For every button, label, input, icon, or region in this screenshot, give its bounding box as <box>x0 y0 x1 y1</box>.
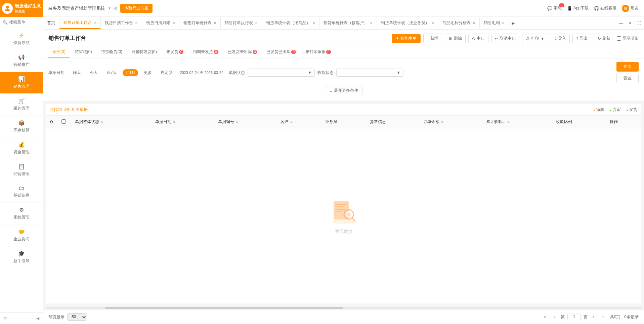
tab-daily-clear-close[interactable]: ✕ <box>135 21 138 25</box>
page-size-select[interactable]: 10 20 50 100 <box>67 313 87 321</box>
stop-btn[interactable]: ⊘ 中止 <box>468 34 488 43</box>
sub-tab-shipped-not-out[interactable]: 已发货未出库0 <box>224 46 261 58</box>
th-customer-label: 客户 <box>281 119 289 125</box>
filter-date-today[interactable]: 今天 <box>87 69 101 77</box>
tab-sales-stats[interactable]: 销售订单统计表 ✕ <box>179 17 221 29</box>
export-btn[interactable]: ⤴ 导出 <box>572 34 591 43</box>
settings-query-btn[interactable]: 设置 <box>616 73 639 83</box>
first-page-btn[interactable]: « <box>541 314 549 320</box>
scrollbar-thumb[interactable] <box>105 307 343 309</box>
th-status[interactable]: 单据整体状态⇅ <box>71 116 151 128</box>
sidebar-collapse-btn[interactable]: ◀ <box>36 316 39 321</box>
tab-staff-stats-close[interactable]: ✕ <box>431 21 434 25</box>
th-total-payment[interactable]: 累计收款...⇅ <box>482 116 552 128</box>
show-detail-input[interactable] <box>617 36 621 41</box>
sub-tab-pending-inspect[interactable]: 待拣验货(0) <box>97 46 126 58</box>
th-settings[interactable]: ⚙ <box>46 116 57 128</box>
sidebar-item-basic[interactable]: 🗂 基础信息 <box>0 181 43 203</box>
tab-sales-stats-close[interactable]: ✕ <box>214 21 216 25</box>
user-menu[interactable]: 用 用友 <box>622 5 639 12</box>
tab-margin-analysis-close[interactable]: ✕ <box>473 21 475 25</box>
online-service-btn[interactable]: 🎧 在线客服 <box>594 5 616 11</box>
sub-tab-pending-review[interactable]: 待审核(0) <box>71 46 96 58</box>
print-btn[interactable]: 🖨 打印 ▼ <box>522 34 548 43</box>
sub-tab-wangpu-ship[interactable]: 旺铺待发货(0) <box>128 46 161 58</box>
sub-tab-not-shipped[interactable]: 未发货0 <box>162 46 188 58</box>
th-date[interactable]: 单据日期⇅ <box>151 116 214 128</box>
sub-tab-not-printed[interactable]: 未打印单据0 <box>301 46 335 58</box>
sidebar-item-guide[interactable]: 🎓 新手引导 <box>0 246 43 268</box>
app-download-btn[interactable]: 📱 App下载 <box>567 5 589 11</box>
sidebar-item-purchase[interactable]: 🛒 采购管理 <box>0 94 43 116</box>
filter-date-more[interactable]: 更多 <box>141 69 155 77</box>
industry-btn[interactable]: 体验行业方案 <box>120 4 153 13</box>
refresh-btn[interactable]: ↻ 刷新 <box>594 34 614 43</box>
th-staff[interactable]: 业务员 <box>321 116 366 128</box>
show-detail-checkbox[interactable]: 显示明细 <box>617 36 639 41</box>
query-btn[interactable]: 查询 <box>616 62 639 72</box>
svg-rect-4 <box>335 206 345 207</box>
th-number[interactable]: 单据编号⇅ <box>214 116 276 128</box>
smart-gen-btn[interactable]: ✦ 智能生单 <box>392 34 420 43</box>
page-input[interactable] <box>567 314 581 320</box>
sidebar-settings-btn[interactable]: ⚙ <box>3 316 7 321</box>
tab-goods-stats-close[interactable]: ✕ <box>312 21 315 25</box>
tab-sales-margin-close[interactable]: ✕ <box>502 21 505 25</box>
sidebar-item-system[interactable]: ⚙ 系统管理 <box>0 203 43 225</box>
sidebar-item-marketing[interactable]: 📢 营销推广 <box>0 50 43 72</box>
tab-sales-exec[interactable]: 销售订单执行表 ✕ <box>221 17 262 29</box>
tab-staff-stats[interactable]: 销货单统计表（按业务员） ✕ <box>377 17 438 29</box>
cancel-stop-btn[interactable]: ↩ 取消中止 <box>491 34 519 43</box>
tab-margin-analysis[interactable]: 商品毛利分析表 ✕ <box>438 17 480 29</box>
delete-btn[interactable]: 🗑 删除 <box>445 34 466 43</box>
tab-home[interactable]: 首页 <box>43 17 59 29</box>
tab-more-btn[interactable]: ▶ <box>509 18 517 28</box>
next-page-btn[interactable]: › <box>590 314 597 320</box>
ship-action[interactable]: 发货 <box>626 107 637 113</box>
last-page-btn[interactable]: » <box>600 314 607 320</box>
filter-date-custom[interactable]: 自定义 <box>158 69 176 77</box>
tab-sales-exec-close[interactable]: ✕ <box>255 21 258 25</box>
filter-date-1month[interactable]: 近1月 <box>123 69 138 76</box>
sidebar-item-collab[interactable]: 🤝 企业协同 <box>0 225 43 246</box>
tab-sales-margin[interactable]: 销售毛利 ✕ <box>480 17 509 29</box>
sidebar-item-quick-nav[interactable]: ⚡ 快捷导航 <box>0 28 43 50</box>
expand-filter-btn[interactable]: ⌄ 展开更多条件 <box>325 86 362 95</box>
tab-reconcile-close[interactable]: ✕ <box>172 21 175 25</box>
tab-goods-stats[interactable]: 销货单统计表（按商品） ✕ <box>262 17 319 29</box>
sub-tab-overdue-ship[interactable]: 到期未发货0 <box>189 46 222 58</box>
th-amount[interactable]: 订单金额⇅ <box>419 116 482 128</box>
th-customer[interactable]: 客户⇅ <box>276 116 321 128</box>
sidebar-item-finance[interactable]: 💰 资金管理 <box>0 137 43 159</box>
th-status-sort: ⇅ <box>100 120 103 124</box>
tab-close-all-btn[interactable]: ✕ <box>626 19 635 28</box>
sub-tab-shipped-out[interactable]: 已发货已出库0 <box>262 46 300 58</box>
review-action[interactable]: 审核 <box>593 107 604 113</box>
settings-icon[interactable]: ⚙ <box>114 6 118 11</box>
tab-customer-stats-close[interactable]: ✕ <box>370 21 373 25</box>
import-btn[interactable]: ⤵ 导入 <box>551 34 570 43</box>
tab-expand-btn[interactable]: ⛶ <box>635 19 644 28</box>
tab-reconcile[interactable]: 钱货日清对账 ✕ <box>142 17 179 29</box>
filter-date-7days[interactable]: 近7天 <box>103 69 120 77</box>
select-all-checkbox[interactable] <box>61 119 66 124</box>
filter-payment-select[interactable]: ▼ <box>336 69 403 77</box>
tab-minimize-btn[interactable]: — <box>616 19 626 28</box>
prev-page-btn[interactable]: ‹ <box>551 314 558 320</box>
tab-daily-clear[interactable]: 钱货日清工作台 ✕ <box>101 17 142 29</box>
sidebar-item-inventory[interactable]: 📦 库存核算 <box>0 116 43 137</box>
th-checkbox[interactable] <box>57 116 71 128</box>
message-btn[interactable]: 💬 6 消息 <box>547 5 562 11</box>
sidebar-item-operation[interactable]: 📋 经营管理 <box>0 159 43 181</box>
cancel-review-action[interactable]: 弃审 <box>610 107 621 113</box>
search-menu[interactable]: 🔍 搜索菜单 <box>0 17 43 28</box>
filter-date-yesterday[interactable]: 昨天 <box>70 69 84 77</box>
tab-customer-stats[interactable]: 销货单统计表（按客户） ✕ <box>319 17 377 29</box>
sidebar-item-sales[interactable]: 📊 销售管理 <box>0 72 43 94</box>
horizontal-scrollbar[interactable] <box>46 306 641 310</box>
tab-sales-workbench-close[interactable]: ✕ <box>94 21 96 25</box>
tab-sales-workbench[interactable]: 销售订单工作台 ✕ <box>59 17 101 29</box>
sub-tab-all[interactable]: 全部(0) <box>48 46 70 58</box>
add-btn[interactable]: + 新增 <box>423 34 442 43</box>
filter-status-select[interactable]: ▼ <box>248 69 315 77</box>
